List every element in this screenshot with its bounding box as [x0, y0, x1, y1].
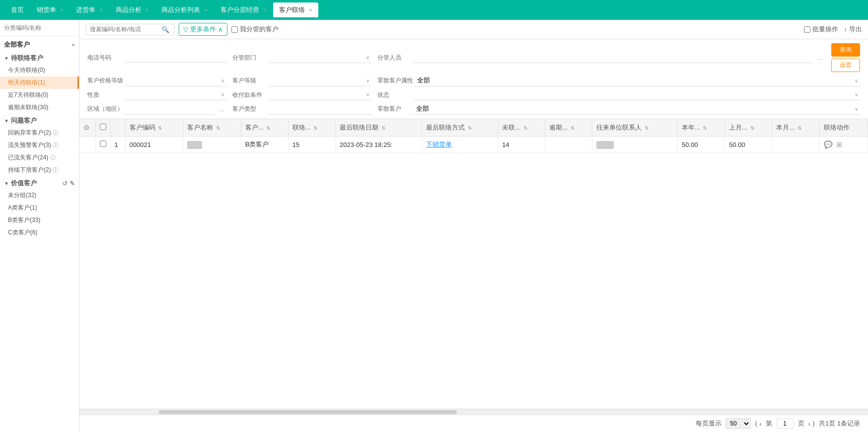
close-icon[interactable]: × [309, 7, 312, 13]
chevron-right-right-icon[interactable]: ⟩ [812, 420, 815, 428]
filter-nature: 性质 ∨ [87, 89, 226, 100]
filter-retail-attr: 零散客户属性 全部 ∨ [377, 75, 860, 86]
edit-icon[interactable]: ✎ [70, 180, 75, 187]
settings-button[interactable]: 设置 [831, 59, 860, 72]
customer-table: ⚙ 客户编码 ⇅ 客户名称 ⇅ 客户... ⇅ 联络... ⇅ 最后联络日期 ⇅… [79, 119, 868, 153]
price-level-select[interactable]: ∨ [125, 75, 226, 86]
col-last-contact-method: 最后联络方式 ⇅ [422, 119, 498, 137]
sidebar-item-tomorrow-pending[interactable]: 明天待联络(1) [0, 76, 79, 89]
bulk-ops-btn[interactable]: 批量操作 [804, 25, 838, 34]
page-size-select[interactable]: 50 100 200 [725, 418, 751, 429]
dots-icon[interactable]: … [217, 106, 226, 113]
filter-row-3: 性质 ∨ 收付款条件 ∨ 状态 [87, 89, 860, 100]
close-icon[interactable]: × [99, 7, 102, 13]
refresh-icon[interactable]: ↺ [62, 180, 68, 187]
cell-action: 💬 ⊞ [819, 137, 868, 153]
col-action: 联络动作 [819, 119, 868, 137]
filter-icon: ▽ [183, 26, 188, 33]
manager-select[interactable] [414, 52, 813, 63]
nav-customer-segmentation[interactable]: 客户分层经营 × [215, 2, 272, 17]
chevron-up-icon: ∧ [218, 26, 223, 33]
sidebar-search-input[interactable] [4, 24, 78, 31]
sidebar: 🔍 全部客户 « ▼ 待联络客户 今天待联络(0) 明天待联络(1) 近7天待联… [0, 20, 79, 432]
sidebar-item-repurchase-abnormal[interactable]: 回购异常客户(2) ⓘ [0, 127, 79, 139]
search-input[interactable] [90, 26, 159, 33]
chevron-down-icon: ∨ [221, 78, 224, 83]
nav-product-analysis-list[interactable]: 商品分析列表 × [155, 2, 213, 17]
sort-icon: ⇅ [571, 125, 575, 131]
collapse-icon[interactable]: « [72, 41, 75, 48]
close-icon[interactable]: × [263, 7, 266, 13]
customer-level-select[interactable]: ∨ [269, 75, 371, 86]
cell-unit-contact [592, 137, 678, 153]
export-btn[interactable]: ↑ 导出 [844, 25, 863, 34]
cell-gear [79, 137, 95, 153]
chevron-left-left-icon[interactable]: ⟨ [755, 420, 757, 428]
sidebar-item-class-c[interactable]: C类客户(6) [0, 226, 79, 239]
nav-purchase-order[interactable]: 进货单 × [70, 2, 108, 17]
cell-code: 000021 [125, 137, 183, 153]
sort-icon: ⇅ [703, 125, 707, 131]
chevron-down-icon: ∨ [366, 78, 369, 83]
dept-select[interactable]: ∨ [269, 52, 371, 63]
nature-select[interactable]: ∨ [124, 89, 226, 100]
close-icon[interactable]: × [145, 7, 148, 13]
chevron-right-icon[interactable]: › [808, 420, 810, 428]
filter-phone: 电话号码 [87, 53, 226, 63]
col-this-year: 本年... ⇅ [678, 119, 725, 137]
toolbar: 🔍 ▽ 更多条件 ∧ 我分管的客户 批量操作 ↑ 导出 [79, 20, 868, 39]
cell-last-contact-method: 下销货单 [422, 137, 498, 153]
grid-icon[interactable]: ⊞ [836, 141, 842, 148]
filter-status: 状态 ∨ [377, 89, 860, 100]
sidebar-item-7days-pending[interactable]: 近7天待联络(0) [0, 89, 79, 101]
col-overdue: 逾期... ⇅ [545, 119, 592, 137]
col-this-month: 本月... ⇅ [772, 119, 819, 137]
last-contact-link[interactable]: 下销货单 [426, 141, 452, 148]
filter-more-btn[interactable]: ▽ 更多条件 ∧ [179, 23, 227, 36]
sidebar-item-ungrouped[interactable]: 未分组(32) [0, 189, 79, 202]
col-checkbox [95, 119, 110, 137]
nav-sales-order[interactable]: 销货单 × [31, 2, 69, 17]
payment-terms-select[interactable]: ∨ [269, 89, 371, 100]
nav-home[interactable]: 首页 [5, 2, 30, 17]
scrollbar-thumb[interactable] [159, 410, 457, 414]
bulk-check-icon[interactable] [804, 26, 810, 33]
table-header-row: ⚙ 客户编码 ⇅ 客户名称 ⇅ 客户... ⇅ 联络... ⇅ 最后联络日期 ⇅… [79, 119, 868, 137]
nav-product-analysis[interactable]: 商品分析 × [110, 2, 154, 17]
sidebar-item-churned[interactable]: 已流失客户(24) ⓘ [0, 151, 79, 164]
phone-input[interactable] [124, 53, 226, 63]
my-customers-checkbox[interactable]: 我分管的客户 [231, 25, 279, 34]
cell-last-month: 50.00 [725, 137, 772, 153]
cell-this-year: 50.00 [678, 137, 725, 153]
sidebar-item-today-pending[interactable]: 今天待联络(0) [0, 64, 79, 76]
close-icon[interactable]: × [204, 7, 207, 13]
status-select[interactable]: ∨ [414, 89, 860, 100]
page-input[interactable] [776, 419, 794, 429]
chat-icon[interactable]: 💬 [824, 141, 832, 148]
cell-checkbox [95, 137, 110, 153]
retail-attr-select[interactable]: 全部 ∨ [415, 75, 860, 86]
gear-icon[interactable]: ⚙ [83, 124, 90, 132]
sidebar-search-area: 🔍 [0, 20, 79, 36]
sidebar-item-class-a[interactable]: A类客户(1) [0, 202, 79, 214]
sidebar-item-churn-warning[interactable]: 流失预警客户(3) ⓘ [0, 139, 79, 151]
chevron-left-icon[interactable]: ‹ [759, 420, 761, 428]
nav-customer-contact[interactable]: 客户联络 × [273, 2, 318, 17]
retail-customer-select[interactable]: 全部 ∨ [414, 103, 860, 115]
dots-icon[interactable]: … [815, 54, 825, 61]
customer-type-select[interactable] [269, 104, 371, 115]
my-customers-check[interactable] [231, 26, 238, 33]
row-checkbox[interactable] [100, 141, 106, 147]
close-icon[interactable]: × [60, 7, 63, 13]
search-icon[interactable]: 🔍 [161, 26, 169, 33]
sort-icon: ⇅ [313, 125, 317, 131]
col-contact: 联络... ⇅ [288, 119, 335, 137]
col-last-month: 上月... ⇅ [725, 119, 772, 137]
region-select[interactable] [125, 104, 215, 115]
query-button[interactable]: 查询 [831, 43, 860, 57]
select-all-checkbox[interactable] [100, 124, 106, 130]
sidebar-item-class-b[interactable]: B类客户(33) [0, 214, 79, 226]
horizontal-scrollbar[interactable] [79, 409, 868, 415]
sidebar-item-declining[interactable]: 持续下滑客户(2) ⓘ [0, 164, 79, 176]
sidebar-item-overdue[interactable]: 逾期未联络(30) [0, 101, 79, 114]
